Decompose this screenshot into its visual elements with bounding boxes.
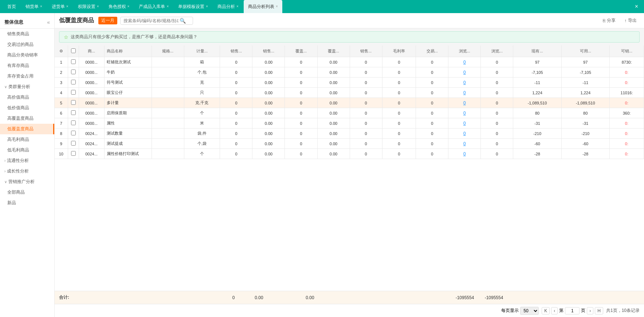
cell-browse1[interactable]: 0 bbox=[448, 88, 481, 98]
nav-template-settings[interactable]: 单据模板设置 × bbox=[174, 0, 212, 13]
browse-link[interactable]: 0 bbox=[463, 80, 466, 85]
next-page-button[interactable]: › bbox=[587, 307, 593, 314]
cell-browse1[interactable]: 0 bbox=[448, 118, 481, 128]
nav-close-purchase[interactable]: × bbox=[66, 0, 68, 13]
nav-purchase[interactable]: 进货单 × bbox=[47, 0, 73, 13]
sidebar-section-marketing[interactable]: ∨ 营销推广分析 bbox=[0, 177, 54, 187]
first-page-button[interactable]: K bbox=[542, 307, 550, 314]
nav-product-analysis[interactable]: 商品分析 × bbox=[213, 0, 243, 13]
row-checkbox[interactable] bbox=[71, 120, 76, 125]
row-checkbox[interactable] bbox=[71, 110, 76, 115]
browse-link[interactable]: 0 bbox=[463, 121, 466, 126]
cell-checkbox[interactable] bbox=[68, 108, 79, 118]
sidebar-item-in-stock[interactable]: 有库存商品 bbox=[0, 60, 54, 71]
cell-browse1[interactable]: 0 bbox=[448, 149, 481, 159]
nav-close-permissions[interactable]: × bbox=[97, 0, 99, 13]
nav-sales[interactable]: 销货单 × bbox=[21, 0, 47, 13]
browse-link[interactable]: 0 bbox=[463, 111, 466, 116]
th-checkbox[interactable] bbox=[68, 45, 79, 57]
cell-browse1[interactable]: 0 bbox=[448, 98, 481, 108]
filter-tag-recent-month[interactable]: 近一月 bbox=[98, 17, 117, 24]
share-button[interactable]: ⎘ 分享 bbox=[600, 16, 619, 25]
row-checkbox[interactable] bbox=[71, 141, 76, 146]
cell-browse1[interactable]: 0 bbox=[448, 128, 481, 139]
browse-link[interactable]: 0 bbox=[463, 90, 466, 95]
cell-checkbox[interactable] bbox=[68, 149, 79, 159]
cell-browse1[interactable]: 0 bbox=[448, 67, 481, 78]
cell-checkbox[interactable] bbox=[68, 67, 79, 78]
select-all-checkbox[interactable] bbox=[71, 48, 76, 53]
cell-checkbox[interactable] bbox=[68, 118, 79, 128]
cell-checkbox[interactable] bbox=[68, 78, 79, 88]
cell-checkbox[interactable] bbox=[68, 88, 79, 98]
nav-close-product-inbound[interactable]: × bbox=[166, 0, 169, 13]
browse-link[interactable]: 0 bbox=[463, 70, 466, 75]
sidebar-item-sales-goods[interactable]: 销售类商品 bbox=[0, 29, 54, 39]
row-checkbox[interactable] bbox=[71, 80, 76, 84]
sidebar-collapse-button[interactable]: « bbox=[46, 19, 51, 25]
cell-code: 0000... bbox=[79, 118, 104, 128]
data-table-container[interactable]: ⚙ 商... 商品名称 规格... 计量... 销售... 销售... 覆盖..… bbox=[55, 45, 644, 291]
cell-sales-amt: 0.00 bbox=[252, 78, 285, 88]
sidebar-item-traded-goods[interactable]: 交易过的商品 bbox=[0, 39, 54, 50]
sidebar-item-new-goods[interactable]: 新品 bbox=[0, 198, 54, 208]
sidebar-item-high-value[interactable]: 高价值商品 bbox=[0, 92, 54, 103]
cell-cover1: 0 bbox=[285, 128, 317, 139]
sidebar-section-cluster-analysis[interactable]: ∨ 类群量分析 bbox=[0, 82, 54, 92]
nav-home[interactable]: 首页 bbox=[3, 0, 20, 13]
nav-close-sales[interactable]: × bbox=[40, 0, 42, 13]
cell-checkbox[interactable] bbox=[68, 139, 79, 149]
export-button[interactable]: ↑ 导出 bbox=[621, 16, 640, 25]
sidebar-item-category-rate[interactable]: 商品分类动销率 bbox=[0, 50, 54, 60]
nav-permissions[interactable]: 权限设置 × bbox=[74, 0, 103, 13]
sidebar-item-low-value[interactable]: 低价值商品 bbox=[0, 103, 54, 113]
page-size-dropdown[interactable]: 50 100 200 bbox=[520, 307, 539, 315]
sidebar-item-stock-capital[interactable]: 库存资金占用 bbox=[0, 71, 54, 82]
cell-unit: 克,千克 bbox=[184, 98, 220, 108]
row-checkbox[interactable] bbox=[71, 151, 76, 156]
last-page-button[interactable]: H bbox=[595, 307, 603, 314]
cell-checkbox[interactable] bbox=[68, 98, 79, 108]
browse-link[interactable]: 0 bbox=[463, 151, 466, 156]
window-close-button[interactable]: × bbox=[632, 3, 641, 10]
nav-close-product-analysis[interactable]: × bbox=[236, 0, 239, 13]
sidebar-item-high-coverage[interactable]: 高覆盖度商品 bbox=[0, 113, 54, 124]
cell-browse1[interactable]: 0 bbox=[448, 78, 481, 88]
search-box[interactable]: 🔍 bbox=[120, 17, 193, 25]
sidebar-section-circulation[interactable]: › 流通性分析 bbox=[0, 155, 54, 166]
row-checkbox[interactable] bbox=[71, 100, 76, 105]
nav-close-product-analysis-list[interactable]: × bbox=[276, 0, 278, 13]
nav-product-inbound[interactable]: 产成品入库单 × bbox=[134, 0, 173, 13]
nav-product-analysis-list[interactable]: 商品分析列表 × bbox=[244, 0, 282, 13]
nav-close-template-settings[interactable]: × bbox=[206, 0, 208, 13]
footer-current: -1095554 bbox=[450, 295, 479, 300]
row-checkbox[interactable] bbox=[71, 131, 76, 135]
cell-sales-qty: 0 bbox=[220, 98, 252, 108]
browse-link[interactable]: 0 bbox=[463, 60, 466, 65]
cell-browse1[interactable]: 0 bbox=[448, 139, 481, 149]
browse-link[interactable]: 0 bbox=[463, 100, 466, 106]
cell-browse1[interactable]: 0 bbox=[448, 108, 481, 118]
search-input[interactable] bbox=[123, 18, 178, 23]
section-arrow-circulation-icon: › bbox=[4, 159, 5, 163]
nav-roles[interactable]: 角色授权 × bbox=[104, 0, 134, 13]
footer-empty2 bbox=[90, 295, 101, 300]
nav-close-roles[interactable]: × bbox=[127, 0, 130, 13]
sidebar-item-low-coverage[interactable]: 低覆盖度商品 bbox=[0, 124, 54, 134]
browse-link[interactable]: 0 bbox=[463, 131, 466, 136]
cell-cover1: 0 bbox=[285, 57, 317, 67]
sidebar-item-all-goods[interactable]: 全部商品 bbox=[0, 187, 54, 198]
current-page-input[interactable] bbox=[565, 307, 580, 314]
browse-link[interactable]: 0 bbox=[463, 141, 466, 146]
row-checkbox[interactable] bbox=[71, 70, 76, 74]
row-checkbox[interactable] bbox=[71, 59, 76, 64]
cell-checkbox[interactable] bbox=[68, 57, 79, 67]
prev-page-button[interactable]: ‹ bbox=[551, 307, 558, 314]
cell-checkbox[interactable] bbox=[68, 128, 79, 139]
cell-browse1[interactable]: 0 bbox=[448, 57, 481, 67]
sidebar-item-high-margin[interactable]: 高毛利商品 bbox=[0, 134, 54, 145]
sidebar-item-low-margin[interactable]: 低毛利商品 bbox=[0, 145, 54, 155]
row-checkbox[interactable] bbox=[71, 90, 76, 95]
sidebar-section-growth[interactable]: › 成长性分析 bbox=[0, 166, 54, 177]
th-settings[interactable]: ⚙ bbox=[55, 45, 68, 57]
